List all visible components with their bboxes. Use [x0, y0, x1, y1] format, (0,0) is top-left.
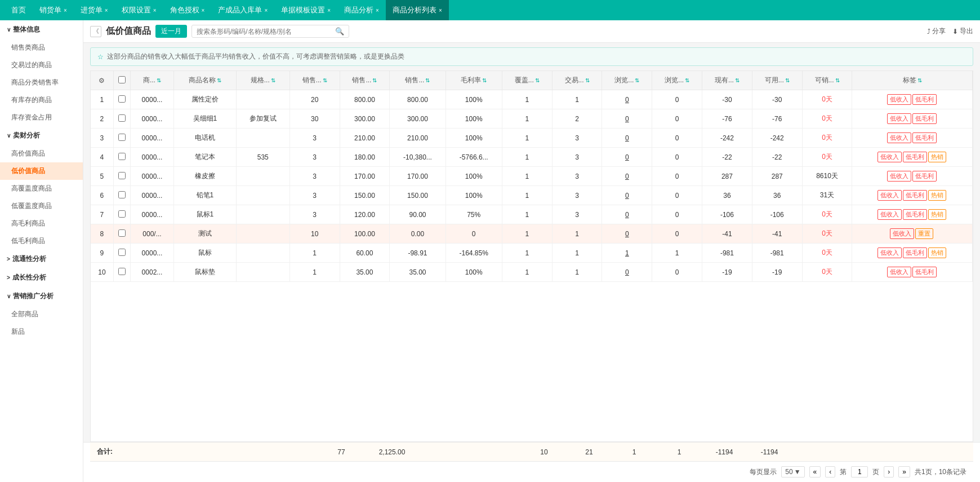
row-checkbox[interactable]	[118, 153, 126, 160]
row-checkbox[interactable]	[118, 114, 126, 122]
sidebar-item-低价值商品[interactable]: 低价值商品	[0, 162, 83, 180]
nav-item-首页[interactable]: 首页	[5, 0, 33, 20]
sidebar-item-库存资金占用[interactable]: 库存资金占用	[0, 109, 83, 126]
row-checkbox[interactable]	[118, 249, 126, 256]
nav-close-icon[interactable]: ×	[264, 7, 268, 14]
row-checkbox[interactable]	[118, 210, 126, 218]
col-header-available[interactable]: 可用...⇅	[752, 71, 802, 90]
sidebar-item-高价值商品[interactable]: 高价值商品	[0, 145, 83, 162]
export-button[interactable]: ⬇ 导出	[952, 26, 973, 36]
nav-close-icon[interactable]: ×	[439, 7, 442, 14]
sort-icon-sale_qty[interactable]: ⇅	[323, 77, 327, 83]
sidebar-item-高毛利商品[interactable]: 高毛利商品	[0, 215, 83, 232]
col-header-saleable[interactable]: 可销...⇅	[802, 71, 852, 90]
nav-close-icon[interactable]: ×	[202, 7, 205, 14]
col-header-name[interactable]: 商品名称⇅	[174, 71, 237, 90]
sort-icon-view1[interactable]: ⇅	[635, 77, 639, 83]
view1-link[interactable]: 0	[625, 192, 629, 200]
sort-icon-trade[interactable]: ⇅	[585, 77, 590, 83]
sidebar-item-商品分类销售率[interactable]: 商品分类销售率	[0, 74, 83, 91]
nav-item-进货单[interactable]: 进货单 ×	[74, 0, 115, 20]
row-checkbox-cell[interactable]	[113, 90, 130, 109]
row-checkbox-cell[interactable]	[113, 109, 130, 129]
search-icon[interactable]: 🔍	[335, 27, 344, 36]
view1-link[interactable]: 0	[625, 173, 629, 180]
sidebar-item-低覆盖度商品[interactable]: 低覆盖度商品	[0, 197, 83, 215]
nav-close-icon[interactable]: ×	[105, 7, 108, 14]
nav-item-单据模板设置[interactable]: 单据模板设置 ×	[274, 0, 337, 20]
row-checkbox[interactable]	[118, 191, 126, 198]
col-header-setting[interactable]: ⚙	[91, 71, 113, 90]
view1-link[interactable]: 0	[625, 115, 629, 123]
col-header-coverage[interactable]: 覆盖...⇅	[502, 71, 552, 90]
row-checkbox[interactable]	[118, 95, 126, 103]
sidebar-group-流通性分析[interactable]: >流通性分析	[0, 250, 83, 268]
view1-link[interactable]: 0	[625, 268, 629, 276]
page-number-input[interactable]	[851, 466, 868, 477]
view1-link[interactable]: 0	[625, 211, 629, 219]
col-header-tag[interactable]: 标签⇅	[852, 71, 973, 90]
col-header-sale_amount[interactable]: 销售...⇅	[390, 71, 446, 90]
view1-link[interactable]: 0	[625, 134, 629, 142]
row-checkbox-cell[interactable]	[113, 205, 130, 224]
nav-item-商品分析列表[interactable]: 商品分析列表 ×	[386, 0, 449, 20]
col-header-spec[interactable]: 规格...⇅	[236, 71, 289, 90]
nav-item-商品分析[interactable]: 商品分析 ×	[337, 0, 386, 20]
col-header-view1[interactable]: 浏览...⇅	[602, 71, 652, 90]
sidebar-item-交易过的商品[interactable]: 交易过的商品	[0, 56, 83, 74]
nav-item-销货单[interactable]: 销货单 ×	[33, 0, 74, 20]
sort-icon-available[interactable]: ⇅	[785, 77, 790, 83]
sidebar-item-有库存的商品[interactable]: 有库存的商品	[0, 91, 83, 109]
view1-link[interactable]: 0	[625, 96, 629, 104]
col-header-code[interactable]: 商...⇅	[130, 71, 173, 90]
col-header-trade[interactable]: 交易...⇅	[552, 71, 602, 90]
row-checkbox-cell[interactable]	[113, 263, 130, 282]
row-checkbox-cell[interactable]	[113, 186, 130, 205]
nav-item-权限设置[interactable]: 权限设置 ×	[115, 0, 163, 20]
row-checkbox-cell[interactable]	[113, 129, 130, 148]
sidebar-group-营销推广分析[interactable]: ∨营销推广分析	[0, 287, 83, 306]
sidebar-group-成长性分析[interactable]: >成长性分析	[0, 268, 83, 287]
row-checkbox[interactable]	[118, 134, 126, 141]
sidebar-item-低毛利商品[interactable]: 低毛利商品	[0, 232, 83, 250]
col-header-current[interactable]: 现有...⇅	[702, 71, 752, 90]
view1-link[interactable]: 0	[625, 153, 629, 161]
sort-icon-margin[interactable]: ⇅	[482, 77, 487, 83]
sidebar-item-高覆盖度商品[interactable]: 高覆盖度商品	[0, 180, 83, 197]
last-page-button[interactable]: »	[898, 466, 910, 477]
select-all-checkbox[interactable]	[118, 76, 126, 83]
sidebar-group-卖财分析[interactable]: ∨卖财分析	[0, 126, 83, 145]
nav-close-icon[interactable]: ×	[376, 7, 379, 14]
prev-page-button[interactable]: ‹	[825, 466, 835, 477]
nav-item-角色授权[interactable]: 角色授权 ×	[163, 0, 212, 20]
sidebar-group-整体信息[interactable]: ∨整体信息	[0, 20, 83, 39]
view1-link[interactable]: 0	[625, 230, 629, 238]
row-checkbox[interactable]	[118, 229, 126, 237]
row-checkbox-cell[interactable]	[113, 244, 130, 263]
nav-close-icon[interactable]: ×	[327, 7, 331, 14]
nav-item-产成品入库单[interactable]: 产成品入库单 ×	[211, 0, 274, 20]
sort-icon-saleable[interactable]: ⇅	[835, 77, 840, 83]
row-checkbox-cell[interactable]	[113, 167, 130, 186]
sort-icon-coverage[interactable]: ⇅	[535, 77, 540, 83]
sort-icon-sale_price[interactable]: ⇅	[372, 77, 377, 83]
nav-close-icon[interactable]: ×	[64, 7, 67, 14]
col-header-view2[interactable]: 浏览...⇅	[652, 71, 702, 90]
sidebar-item-全部商品[interactable]: 全部商品	[0, 306, 83, 323]
sort-icon-view2[interactable]: ⇅	[685, 77, 689, 83]
row-checkbox[interactable]	[118, 268, 126, 275]
row-checkbox-cell[interactable]	[113, 224, 130, 244]
sort-icon-tag[interactable]: ⇅	[917, 77, 922, 83]
sidebar-item-新品[interactable]: 新品	[0, 323, 83, 341]
collapse-button[interactable]: 《	[90, 26, 101, 37]
view1-link[interactable]: 1	[625, 249, 629, 257]
search-input[interactable]	[197, 28, 335, 36]
col-header-sale_price[interactable]: 销售...⇅	[340, 71, 390, 90]
share-button[interactable]: ⤴ 分享	[927, 26, 946, 36]
first-page-button[interactable]: «	[809, 466, 821, 477]
next-page-button[interactable]: ›	[884, 466, 894, 477]
nav-close-icon[interactable]: ×	[153, 7, 157, 14]
page-size-selector[interactable]: 50 ▼	[781, 466, 804, 477]
sort-icon-code[interactable]: ⇅	[157, 77, 161, 83]
sort-icon-sale_amount[interactable]: ⇅	[425, 77, 430, 83]
